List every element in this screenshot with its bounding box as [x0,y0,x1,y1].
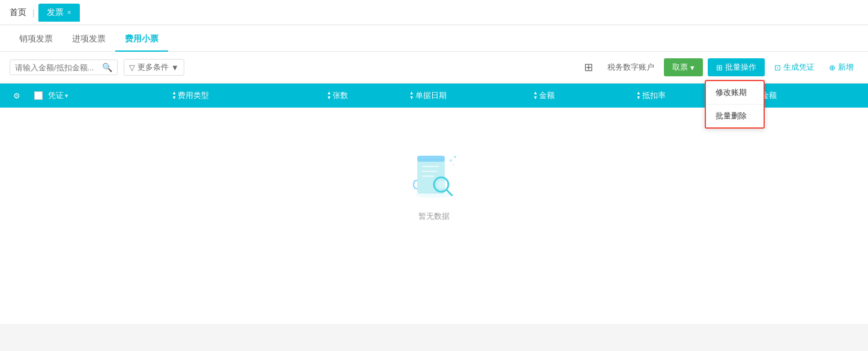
th-check[interactable] [29,91,48,100]
gen-voucher-button[interactable]: ⊡ 生成凭证 [770,58,819,76]
th-voucher: 凭证 ▾ [48,90,172,101]
sub-tabs-bar: 销项发票 进项发票 费用小票 [0,25,868,52]
tab-expense[interactable]: 费用小票 [115,25,168,52]
batch-delete-item[interactable]: 批量删除 [706,104,764,127]
active-tab-label: 发票 [47,7,64,18]
sort-expense-icon[interactable]: ▲▼ [172,91,176,100]
qr-icon-button[interactable]: ⊞ [579,58,598,77]
take-invoice-button[interactable]: 取票 ▾ [664,58,703,76]
add-label: 新增 [838,62,854,73]
search-icon[interactable]: 🔍 [102,63,112,72]
batch-op-button[interactable]: ⊞ 批量操作 [708,58,765,76]
svg-rect-2 [417,156,445,162]
filter-button[interactable]: ▽ 更多条件 ▼ [124,59,184,76]
filter-label: 更多条件 [137,62,169,73]
toolbar: 🔍 ▽ 更多条件 ▼ ⊞ 税务数字账户 取票 ▾ ⊞ 批量操作 修改账期 批量删… [0,52,868,84]
batch-op-container: ⊞ 批量操作 修改账期 批量删除 [708,58,765,76]
tab-close-icon[interactable]: × [67,8,71,17]
take-invoice-label: 取票 [672,62,688,73]
sort-deduct-rate-icon[interactable]: ▲▼ [636,91,641,100]
batch-op-icon: ⊞ [716,63,723,72]
tax-account-button[interactable]: 税务数字账户 [603,62,659,73]
tab-sales[interactable]: 销项发票 [10,25,62,52]
sort-count-icon[interactable]: ▲▼ [327,91,331,100]
search-input[interactable] [15,63,102,72]
tab-input[interactable]: 进项发票 [62,25,115,52]
toolbar-left: 🔍 ▽ 更多条件 ▼ [10,59,184,76]
gen-voucher-icon: ⊡ [774,63,781,72]
th-expense-type: ▲▼ 费用类型 [172,90,327,101]
voucher-filter-icon[interactable]: ▾ [65,92,68,100]
empty-label: 暂无数据 [418,211,450,222]
add-icon: ⊕ [829,63,836,72]
batch-op-label: 批量操作 [725,62,756,73]
add-button[interactable]: ⊕ 新增 [824,58,858,76]
top-nav: 首页 | 发票 × [0,0,868,25]
filter-arrow-icon: ▼ [171,63,179,72]
gear-icon: ⚙ [13,91,20,100]
modify-period-item[interactable]: 修改账期 [706,81,764,104]
toolbar-right: ⊞ 税务数字账户 取票 ▾ ⊞ 批量操作 修改账期 批量删除 ⊡ 生成凭证 ⊕ … [579,58,858,77]
gen-voucher-label: 生成凭证 [783,62,815,73]
header-checkbox[interactable] [34,91,43,100]
sort-date-icon[interactable]: ▲▼ [409,91,414,100]
svg-point-9 [450,159,452,162]
filter-icon: ▽ [129,63,135,72]
batch-op-dropdown: 修改账期 批量删除 [705,80,765,129]
svg-point-10 [454,156,456,158]
search-wrap: 🔍 [10,60,118,75]
th-date: ▲▼ 单据日期 [409,90,533,101]
take-invoice-arrow-icon: ▾ [690,63,695,72]
svg-point-11 [453,164,454,165]
active-tab[interactable]: 发票 × [38,4,80,22]
sort-amount-icon[interactable]: ▲▼ [533,91,538,100]
home-link[interactable]: 首页 [10,7,26,18]
th-gear[interactable]: ⚙ [5,91,29,100]
qr-icon: ⊞ [584,61,593,74]
th-count: ▲▼ 张数 [327,90,409,101]
svg-point-7 [437,180,445,189]
empty-illustration [404,144,464,204]
th-amount: ▲▼ 金额 [533,90,636,101]
